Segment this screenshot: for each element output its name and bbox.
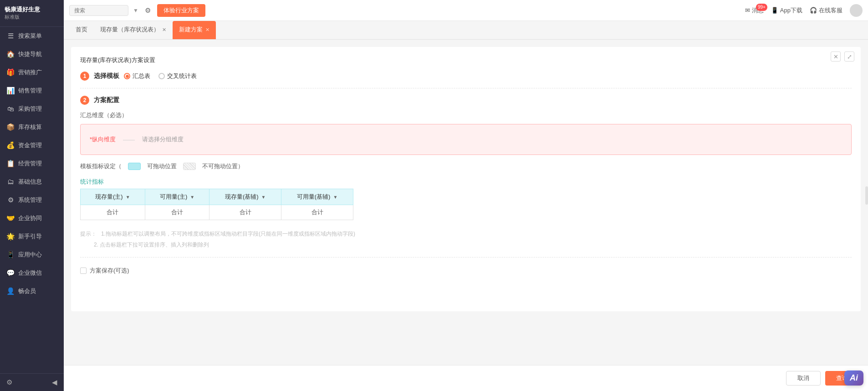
app-version: 标准版 <box>5 14 59 21</box>
tab-inventory-label: 现存量（库存状况表） <box>100 26 159 34</box>
step1-header: 1 选择模板 汇总表 交叉统计表 <box>80 72 852 81</box>
save-checkbox[interactable] <box>80 268 87 274</box>
sidebar-item-system[interactable]: ⚙ 系统管理 <box>0 191 64 209</box>
sidebar-icon-quick-nav: 🏠 <box>6 50 15 58</box>
resize-handle[interactable] <box>865 186 868 205</box>
tab-inventory-status[interactable]: 现存量（库存状况表） ✕ <box>94 21 173 39</box>
sidebar-item-newbie[interactable]: 🌟 新手引导 <box>0 227 64 246</box>
sidebar-item-sales[interactable]: 📊 销售管理 <box>0 82 64 100</box>
sidebar-item-purchase[interactable]: 🛍 采购管理 <box>0 100 64 118</box>
message-button[interactable]: ✉ 消息 99+ <box>745 6 764 15</box>
app-logo: 畅康通好生意 标准版 <box>0 0 64 27</box>
stats-title: 统计指标 <box>80 178 852 186</box>
sidebar-icon-wechat: 💬 <box>6 269 15 277</box>
step2-label: 方案配置 <box>94 96 119 104</box>
sidebar-label-app-center: 应用中心 <box>18 251 42 259</box>
sidebar-icon-purchase: 🛍 <box>6 105 15 113</box>
collapse-icon[interactable]: ◀ <box>52 378 57 386</box>
col-chevron-0[interactable]: ▼ <box>126 195 130 200</box>
app-download-icon: 📱 <box>771 7 778 14</box>
col-chevron-3[interactable]: ▼ <box>333 195 337 200</box>
industry-plan-button[interactable]: 体验行业方案 <box>157 4 205 17</box>
scheme-panel: ✕ ⤢ 现存量(库存状况表)方案设置 1 选择模板 汇总表 交叉统计表 <box>71 47 861 311</box>
sidebar-item-basic-info[interactable]: 🗂 基础信息 <box>0 173 64 191</box>
tab-new-scheme[interactable]: 新建方案 ✕ <box>173 21 216 39</box>
sidebar-label-newbie: 新手引导 <box>18 232 42 241</box>
topbar-right: ✉ 消息 99+ 📱 App下载 🎧 在线客服 <box>745 4 863 17</box>
radio-cross[interactable]: 交叉统计表 <box>158 72 197 80</box>
sidebar-nav: ☰ 搜索菜单🏠 快捷导航🎁 营销推广📊 销售管理🛍 采购管理📦 库存核算💰 资金… <box>0 27 64 373</box>
app-download-label: App下载 <box>780 6 802 15</box>
stats-col-header-1[interactable]: 可用量(主)▼ <box>145 189 209 205</box>
close-panel-button[interactable]: ✕ <box>831 51 841 62</box>
footer-spacer <box>80 275 852 302</box>
app-download-button[interactable]: 📱 App下载 <box>771 6 802 15</box>
radio-cross-circle <box>158 73 165 79</box>
dim-required-label: 汇总维度（必选） <box>80 111 852 119</box>
col-chevron-2[interactable]: ▼ <box>261 195 266 200</box>
sidebar-item-wechat[interactable]: 💬 企业微信 <box>0 264 64 282</box>
dim-placeholder: 请选择分组维度 <box>142 135 184 144</box>
gear-icon[interactable]: ⚙ <box>145 6 151 15</box>
sidebar-item-finance[interactable]: 💰 资金管理 <box>0 136 64 154</box>
footer-actions: 取消 查询 <box>64 365 868 391</box>
dimension-box[interactable]: *纵向维度 —— 请选择分组维度 <box>80 124 852 155</box>
dim-label: *纵向维度 <box>90 135 116 144</box>
sidebar-label-operations: 经营管理 <box>18 159 42 168</box>
sidebar-label-finance: 资金管理 <box>18 141 42 149</box>
panel-corner-buttons: ✕ ⤢ <box>831 51 854 62</box>
online-service-button[interactable]: 🎧 在线客服 <box>810 6 842 15</box>
sidebar-icon-newbie: 🌟 <box>6 232 15 241</box>
sidebar-item-app-center[interactable]: 📱 应用中心 <box>0 246 64 264</box>
sidebar-icon-app-center: 📱 <box>6 251 15 259</box>
step2-header: 2 方案配置 <box>80 96 852 105</box>
sidebar-item-marketing[interactable]: 🎁 营销推广 <box>0 63 64 82</box>
step1-label: 选择模板 <box>94 72 119 80</box>
stats-col-header-2[interactable]: 现存量(基辅)▼ <box>209 189 281 205</box>
sidebar-label-system: 系统管理 <box>18 196 42 204</box>
stats-col-header-0[interactable]: 现存量(主)▼ <box>81 189 145 205</box>
main-area: ▼ ⚙ 体验行业方案 ✉ 消息 99+ 📱 App下载 🎧 在线客服 首页 <box>64 0 868 391</box>
save-label: 方案保存(可选) <box>90 267 129 275</box>
online-service-label: 在线客服 <box>819 6 842 15</box>
tab-inventory-close-icon[interactable]: ✕ <box>162 27 166 33</box>
avatar[interactable] <box>850 4 863 17</box>
stats-col-cell-2: 合计 <box>209 205 281 220</box>
non-draggable-indicator-box <box>183 163 196 170</box>
template-radio-group: 汇总表 交叉统计表 <box>124 72 197 80</box>
sidebar-icon-marketing: 🎁 <box>6 68 15 77</box>
sidebar-label-purchase: 采购管理 <box>18 105 42 113</box>
message-badge: 99+ <box>756 4 767 11</box>
cancel-button[interactable]: 取消 <box>786 371 821 386</box>
col-label-1: 可用量(主) <box>160 193 188 201</box>
sidebar-item-inventory[interactable]: 📦 库存核算 <box>0 118 64 136</box>
sidebar-icon-sales: 📊 <box>6 87 15 95</box>
sidebar-item-search-menu[interactable]: ☰ 搜索菜单 <box>0 27 64 45</box>
stats-col-cell-1: 合计 <box>145 205 209 220</box>
sidebar-icon-inventory: 📦 <box>6 123 15 131</box>
stats-col-header-3[interactable]: 可用量(基辅)▼ <box>281 189 353 205</box>
expand-panel-button[interactable]: ⤢ <box>844 51 854 62</box>
sidebar-item-enterprise[interactable]: 🤝 企业协同 <box>0 209 64 227</box>
sidebar-icon-enterprise: 🤝 <box>6 214 15 222</box>
sidebar-item-member[interactable]: 👤 畅会员 <box>0 282 64 300</box>
sidebar-item-operations[interactable]: 📋 经营管理 <box>0 154 64 173</box>
sidebar-item-quick-nav[interactable]: 🏠 快捷导航 <box>0 45 64 63</box>
ai-badge[interactable]: Ai <box>844 370 863 386</box>
col-label-2: 现存量(基辅) <box>225 193 259 201</box>
settings-icon[interactable]: ⚙ <box>6 378 12 386</box>
sidebar-icon-search-menu: ☰ <box>6 32 15 40</box>
sidebar-label-basic-info: 基础信息 <box>18 178 42 186</box>
dropdown-chevron-icon[interactable]: ▼ <box>133 7 138 14</box>
search-input[interactable] <box>69 5 128 16</box>
col-chevron-1[interactable]: ▼ <box>190 195 194 200</box>
col-label-3: 可用量(基辅) <box>297 193 331 201</box>
tab-home[interactable]: 首页 <box>69 21 94 39</box>
col-label-0: 现存量(主) <box>95 193 123 201</box>
indicator-legend-row: 模板指标设定（ 可拖动位置 不可拖动位置） <box>80 162 852 170</box>
topbar: ▼ ⚙ 体验行业方案 ✉ 消息 99+ 📱 App下载 🎧 在线客服 <box>64 0 868 21</box>
message-icon: ✉ <box>745 7 750 14</box>
sidebar-label-search-menu: 搜索菜单 <box>18 32 42 40</box>
tab-new-scheme-close-icon[interactable]: ✕ <box>205 27 209 33</box>
radio-summary[interactable]: 汇总表 <box>124 72 150 80</box>
